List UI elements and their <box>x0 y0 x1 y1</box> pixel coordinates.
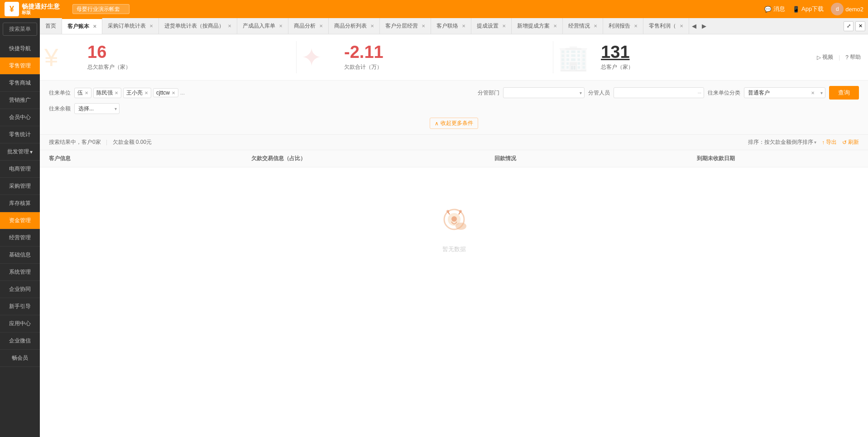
tab-close-icon[interactable]: ✕ <box>462 24 465 28</box>
stat1-bg-icon: ¥ <box>44 43 58 72</box>
stat3-number: 131 <box>601 43 633 61</box>
filter-dots-btn[interactable]: ··· <box>698 90 701 95</box>
tab-close-icon[interactable]: ✕ <box>149 24 153 28</box>
phone-icon: 📱 <box>792 6 800 13</box>
tab-maximize-btn[interactable]: ⤢ <box>844 21 854 31</box>
sidebar-item-chang-member[interactable]: 畅会员 <box>0 350 40 367</box>
tab-controls: ⤢ ✕ <box>844 21 868 31</box>
top-bar: ¥ 畅捷通好生意 标版 母婴行业演示帐套 💬 消息 📱 App下载 d <box>0 0 868 18</box>
customer-tag-remove[interactable]: ✕ <box>811 90 815 95</box>
tab-product-analysis-list[interactable]: 商品分析列表 ✕ <box>329 18 380 34</box>
tab-close-icon[interactable]: ✕ <box>228 24 231 28</box>
filter-remain-select[interactable]: 选择... <box>74 103 120 114</box>
tab-close-icon[interactable]: ✕ <box>370 24 374 28</box>
filter-tag-2: 王小亮 ✕ <box>123 88 151 98</box>
video-btn[interactable]: ▷ 视频 <box>817 53 833 61</box>
tab-close-icon[interactable]: ✕ <box>422 24 425 28</box>
tab-new-commission[interactable]: 新增提成方案 ✕ <box>512 18 563 34</box>
sidebar-item-retail-mall[interactable]: 零售商城 <box>0 75 40 92</box>
sidebar-item-marketing[interactable]: 营销推广 <box>0 92 40 109</box>
filter-person-input[interactable] <box>614 87 704 98</box>
message-label: 消息 <box>773 5 785 13</box>
tab-home[interactable]: 首页 <box>40 18 62 34</box>
tab-product-analysis[interactable]: 商品分析 ✕ <box>288 18 329 34</box>
sidebar-item-quick-nav[interactable]: 快捷导航 <box>0 40 40 57</box>
sidebar-item-retail[interactable]: 零售管理 <box>0 57 40 75</box>
tab-inbound-stats[interactable]: 进货单统计表（按商品） ✕ <box>159 18 237 34</box>
svg-point-2 <box>456 223 466 230</box>
filter-row-1: 往来单位 伍 ✕ 陈民强 ✕ 王小亮 <box>49 86 859 100</box>
filter-person-label: 分管人员 <box>588 89 610 97</box>
refresh-btn[interactable]: ↺ 刷新 <box>842 138 859 146</box>
tab-customer-ledger[interactable]: 客户账本 ✕ <box>62 18 102 34</box>
sidebar-item-retail-stats[interactable]: 零售统计 <box>0 126 40 143</box>
result-bar: 搜索结果中，客户0家 | 欠款金额 0.00元 排序：按欠款金额倒序排序 ▾ ↑… <box>40 135 868 150</box>
account-select-wrap: 母婴行业演示帐套 <box>72 4 129 14</box>
tab-finished-inbound[interactable]: 产成品入库单 ✕ <box>237 18 288 34</box>
tab-close-all-btn[interactable]: ✕ <box>855 21 865 31</box>
tab-close-icon[interactable]: ✕ <box>594 24 597 28</box>
user-avatar-btn[interactable]: d demo2 <box>831 3 863 15</box>
filter-tag-3: cjttcw ✕ <box>153 88 178 97</box>
help-btn[interactable]: ? 帮助 <box>845 53 861 61</box>
stat-debt-total: ✦ -2.11 欠款合计（万） <box>297 34 553 80</box>
tab-bar: 首页 客户账本 ✕ 采购订单统计表 ✕ 进货单统计表（按商品） ✕ 产成品入库单… <box>40 18 868 34</box>
tab-commission-settings[interactable]: 提成设置 ✕ <box>471 18 512 34</box>
tab-close-icon[interactable]: ✕ <box>553 24 557 28</box>
tab-close-icon[interactable]: ✕ <box>319 24 323 28</box>
sidebar-item-app-center[interactable]: 应用中心 <box>0 315 40 332</box>
sidebar: 搜索菜单 快捷导航 零售管理 零售商城 营销推广 会员中心 零售统计 批发管理 … <box>0 18 40 437</box>
query-btn[interactable]: 查询 <box>829 86 859 100</box>
search-menu-btn[interactable]: 搜索菜单 <box>3 23 37 36</box>
stat3-bg-icon: 🏢 <box>558 43 589 72</box>
sidebar-item-system[interactable]: 系统管理 <box>0 264 40 281</box>
app-download-btn[interactable]: 📱 App下载 <box>792 5 824 13</box>
sidebar-item-corp-collab[interactable]: 企业协同 <box>0 281 40 298</box>
logo-icon: ¥ <box>5 2 19 16</box>
tab-close-icon[interactable]: ✕ <box>502 24 506 28</box>
tab-close-icon[interactable]: ✕ <box>680 24 683 28</box>
sidebar-item-inventory[interactable]: 库存核算 <box>0 195 40 212</box>
tab-profit-report[interactable]: 利润报告 ✕ <box>603 18 643 34</box>
sidebar-item-new-guide[interactable]: 新手引导 <box>0 298 40 315</box>
tab-nav-right[interactable]: ▶ <box>699 23 709 29</box>
tag-remove-btn[interactable]: ✕ <box>172 90 175 95</box>
empty-text: 暂无数据 <box>442 245 466 253</box>
message-btn[interactable]: 💬 消息 <box>764 5 785 13</box>
filter-more-tags[interactable]: ... <box>180 90 185 96</box>
tab-close-icon[interactable]: ✕ <box>279 24 283 28</box>
col-header-repay: 回款情况 <box>494 155 697 162</box>
tab-customer-tier[interactable]: 客户分层经营 ✕ <box>380 18 431 34</box>
tag-remove-btn[interactable]: ✕ <box>144 90 148 95</box>
tab-close-icon[interactable]: ✕ <box>634 24 638 28</box>
sidebar-item-purchase[interactable]: 采购管理 <box>0 178 40 195</box>
empty-state: 暂无数据 <box>40 167 868 290</box>
tag-remove-btn[interactable]: ✕ <box>85 90 88 95</box>
tag-remove-btn[interactable]: ✕ <box>115 90 118 95</box>
message-icon: 💬 <box>764 6 772 13</box>
tab-customer-contact[interactable]: 客户联络 ✕ <box>431 18 471 34</box>
tab-operations[interactable]: 经营情况 ✕ <box>563 18 603 34</box>
filter-remain-wrap: 选择... ▾ <box>74 103 120 114</box>
tab-nav-left[interactable]: ◀ <box>689 23 699 29</box>
tab-purchase-order-stats[interactable]: 采购订单统计表 ✕ <box>102 18 159 34</box>
video-icon: ▷ <box>817 54 821 61</box>
filter-dept-input[interactable] <box>503 87 585 98</box>
result-text: 搜索结果中，客户0家 <box>49 139 101 145</box>
tab-retail-profit[interactable]: 零售利润（ ✕ <box>643 18 689 34</box>
svg-point-3 <box>451 216 457 222</box>
sidebar-item-wholesale[interactable]: 批发管理 ▾ <box>0 143 40 161</box>
sidebar-item-corp-wechat[interactable]: 企业微信 <box>0 332 40 350</box>
sort-select-wrap: 排序：按欠款金额倒序排序 ▾ <box>748 138 816 146</box>
sidebar-item-operations[interactable]: 经营管理 <box>0 229 40 247</box>
sidebar-item-basic-info[interactable]: 基础信息 <box>0 247 40 264</box>
filter-tags: 伍 ✕ 陈民强 ✕ 王小亮 ✕ <box>74 88 474 98</box>
collapse-btn[interactable]: ∧ 收起更多条件 <box>430 118 478 129</box>
filter-dept-label: 分管部门 <box>478 89 499 97</box>
sidebar-item-ecommerce[interactable]: 电商管理 <box>0 161 40 178</box>
sidebar-item-finance[interactable]: 资金管理 <box>0 212 40 229</box>
export-btn[interactable]: ↑ 导出 <box>822 138 837 146</box>
tab-close-icon[interactable]: ✕ <box>93 24 96 29</box>
account-select[interactable]: 母婴行业演示帐套 <box>72 4 129 14</box>
sidebar-item-member[interactable]: 会员中心 <box>0 109 40 126</box>
